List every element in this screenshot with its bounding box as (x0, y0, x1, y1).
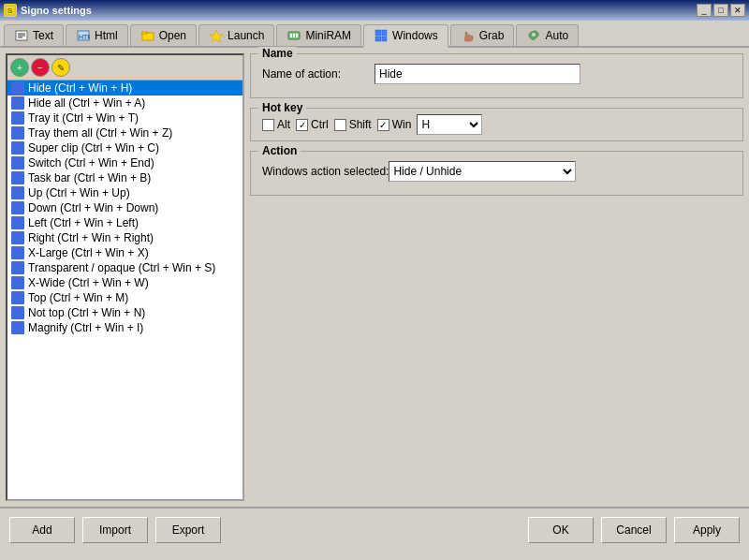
tab-auto[interactable]: Auto (516, 24, 579, 46)
list-item[interactable]: Hide (Ctrl + Win + H) (7, 81, 242, 96)
list-item[interactable]: Top (Ctrl + Win + M) (7, 290, 242, 305)
list-item[interactable]: Left (Ctrl + Win + Left) (7, 215, 242, 230)
svg-marker-10 (210, 30, 223, 42)
list-item-label: Tray it (Ctrl + Win + T) (28, 111, 139, 125)
name-section: Name Name of action: (250, 53, 743, 98)
list-item-icon (11, 81, 24, 95)
hotkey-row: Alt Ctrl Shift Win H A (251, 109, 742, 140)
minimize-button[interactable]: _ (697, 4, 712, 17)
html-tab-icon: HTML (76, 28, 91, 43)
auto-tab-icon (526, 28, 541, 43)
list-item[interactable]: Super clip (Ctrl + Win + C) (7, 140, 242, 155)
list-item-label: Down (Ctrl + Win + Down) (28, 201, 158, 214)
svg-point-19 (532, 33, 536, 37)
tab-windows[interactable]: Windows (363, 24, 448, 48)
window-controls[interactable]: _ □ ✕ (697, 4, 745, 17)
svg-rect-9 (142, 32, 147, 34)
grab-tab-icon (461, 28, 476, 43)
list-item-icon (11, 96, 24, 110)
list-item-icon (11, 186, 24, 199)
tab-grab[interactable]: Grab (450, 24, 515, 46)
tab-miniram[interactable]: MiniRAM (276, 24, 361, 46)
list-item[interactable]: Magnify (Ctrl + Win + I) (7, 320, 242, 335)
tab-launch[interactable]: Launch (198, 24, 274, 46)
list-item-icon (11, 201, 24, 214)
launch-tab-icon (209, 28, 224, 43)
action-section: Action Windows action selected: Hide / U… (250, 151, 743, 196)
list-item[interactable]: Tray it (Ctrl + Win + T) (7, 111, 242, 125)
list-item[interactable]: X-Large (Ctrl + Win + X) (7, 245, 242, 260)
action-form-row: Windows action selected: Hide / Unhide M… (262, 161, 731, 182)
list-item-icon (11, 156, 24, 169)
list-item-label: Switch (Ctrl + Win + End) (28, 156, 154, 169)
list-item-label: Right (Ctrl + Win + Right) (28, 231, 154, 244)
list-item-label: Hide (Ctrl + Win + H) (28, 81, 132, 95)
svg-rect-18 (382, 37, 387, 41)
tab-bar: Text HTML Html Open Launch MiniRAM Windo… (0, 21, 749, 48)
svg-rect-14 (296, 34, 298, 37)
action-section-content: Windows action selected: Hide / Unhide M… (251, 152, 742, 195)
list-item[interactable]: Down (Ctrl + Win + Down) (7, 200, 242, 215)
left-panel: + − ✎ Hide (Ctrl + Win + H) Hide all (Ct… (6, 53, 244, 501)
close-button[interactable]: ✕ (730, 4, 745, 17)
tab-html[interactable]: HTML Html (66, 24, 128, 46)
list-item-label: Tray them all (Ctrl + Win + Z) (28, 126, 172, 140)
name-of-action-input[interactable] (374, 64, 580, 84)
list-item-label: Up (Ctrl + Win + Up) (28, 186, 130, 199)
shift-checkbox[interactable] (334, 119, 346, 131)
miniram-tab-icon (286, 28, 301, 43)
cancel-button[interactable]: Cancel (601, 517, 667, 543)
list-item[interactable]: Tray them all (Ctrl + Win + Z) (7, 125, 242, 140)
list-item[interactable]: Hide all (Ctrl + Win + A) (7, 96, 242, 111)
list-item[interactable]: X-Wide (Ctrl + Win + W) (7, 275, 242, 290)
tab-open[interactable]: Open (130, 24, 197, 46)
app-icon: S (4, 4, 17, 17)
maximize-button[interactable]: □ (713, 4, 728, 17)
svg-text:S: S (7, 7, 12, 15)
export-button[interactable]: Export (155, 517, 221, 543)
tab-windows-label: Windows (392, 29, 438, 42)
tab-auto-label: Auto (545, 29, 568, 42)
alt-checkbox[interactable] (262, 119, 274, 131)
list-item[interactable]: Task bar (Ctrl + Win + B) (7, 170, 242, 185)
win-checkbox[interactable] (377, 119, 389, 131)
window-title: Signo settings (21, 5, 92, 16)
list-item-label: Left (Ctrl + Win + Left) (28, 216, 139, 229)
svg-rect-16 (382, 30, 387, 36)
tab-miniram-label: MiniRAM (305, 29, 351, 42)
list-item-icon (11, 111, 24, 125)
list-item-label: Top (Ctrl + Win + M) (28, 291, 128, 304)
tab-open-label: Open (159, 29, 186, 42)
list-item-icon (11, 231, 24, 244)
svg-text:HTML: HTML (79, 34, 90, 40)
list-item[interactable]: Switch (Ctrl + Win + End) (7, 155, 242, 170)
list-item-icon (11, 261, 24, 274)
right-panel-spacer (250, 205, 743, 501)
open-tab-icon (140, 28, 155, 43)
key-select[interactable]: H A B (417, 114, 482, 135)
windows-tab-icon (374, 28, 389, 43)
action-list[interactable]: Hide (Ctrl + Win + H) Hide all (Ctrl + W… (7, 81, 242, 499)
ok-button[interactable]: OK (528, 517, 594, 543)
import-button[interactable]: Import (82, 517, 148, 543)
list-item[interactable]: Not top (Ctrl + Win + N) (7, 305, 242, 320)
remove-item-button[interactable]: − (31, 58, 50, 77)
list-item-label: Not top (Ctrl + Win + N) (28, 306, 145, 319)
apply-button[interactable]: Apply (674, 517, 740, 543)
list-item[interactable]: Transparent / opaque (Ctrl + Win + S) (7, 260, 242, 275)
list-item-icon (11, 291, 24, 304)
list-item[interactable]: Right (Ctrl + Win + Right) (7, 230, 242, 245)
title-bar: S Signo settings _ □ ✕ (0, 0, 749, 21)
key-dropdown: H A B (417, 114, 482, 135)
tab-html-label: Html (95, 29, 118, 42)
svg-rect-13 (293, 34, 295, 37)
windows-action-select[interactable]: Hide / Unhide Minimize Maximize Close (389, 161, 576, 182)
tab-text[interactable]: Text (4, 24, 64, 46)
list-item-icon (11, 321, 24, 334)
ctrl-checkbox[interactable] (296, 119, 308, 131)
edit-item-button[interactable]: ✎ (51, 58, 70, 77)
add-item-button[interactable]: + (10, 58, 29, 77)
list-item[interactable]: Up (Ctrl + Win + Up) (7, 185, 242, 200)
add-button[interactable]: Add (9, 517, 75, 543)
list-item-label: Task bar (Ctrl + Win + B) (28, 171, 151, 184)
